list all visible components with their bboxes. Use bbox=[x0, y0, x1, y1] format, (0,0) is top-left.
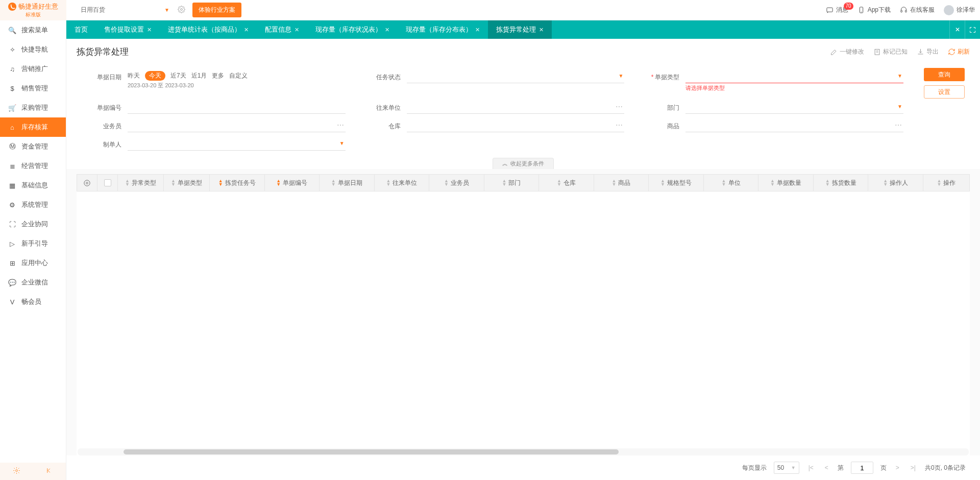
date-option-3[interactable]: 近1月 bbox=[191, 71, 207, 80]
tab-5[interactable]: 现存量（库存分布表）✕ bbox=[398, 20, 488, 39]
date-option-4[interactable]: 更多 bbox=[212, 71, 224, 80]
settings-icon[interactable] bbox=[13, 467, 20, 476]
query-button[interactable]: 查询 bbox=[924, 68, 965, 81]
sidebar-item-13[interactable]: 💬企业微信 bbox=[0, 273, 66, 292]
doc-no-input[interactable] bbox=[128, 102, 346, 114]
settings-button[interactable]: 设置 bbox=[924, 85, 965, 99]
refresh-button[interactable]: 刷新 bbox=[948, 47, 970, 56]
experience-plan-button[interactable]: 体验行业方案 bbox=[192, 3, 241, 17]
pager-first-button[interactable]: |< bbox=[806, 464, 816, 471]
col-2[interactable]: ▲▼拣货任务号 bbox=[210, 175, 265, 191]
doc-type-select[interactable] bbox=[685, 71, 903, 83]
svg-point-0 bbox=[181, 8, 183, 10]
col-0[interactable]: ▲▼异常类型 bbox=[118, 175, 164, 191]
sidebar-item-4[interactable]: 🛒采购管理 bbox=[0, 98, 66, 117]
more-icon[interactable]: ⋯ bbox=[337, 121, 345, 129]
counterparty-input[interactable] bbox=[407, 102, 625, 114]
col-9[interactable]: ▲▼商品 bbox=[594, 175, 649, 191]
col-15[interactable]: ▲▼操作 bbox=[923, 175, 969, 191]
export-button[interactable]: 导出 bbox=[917, 47, 939, 56]
date-option-5[interactable]: 自定义 bbox=[229, 71, 248, 80]
collapse-sidebar-icon[interactable] bbox=[45, 467, 53, 476]
close-icon[interactable]: ✕ bbox=[295, 27, 299, 33]
sort-icon: ▲▼ bbox=[125, 179, 130, 186]
online-service-button[interactable]: 在线客服 bbox=[900, 6, 935, 14]
pager-summary: 共0页, 0条记录 bbox=[925, 464, 966, 472]
app-download-button[interactable]: App下载 bbox=[857, 6, 891, 14]
sidebar-item-14[interactable]: V畅会员 bbox=[0, 292, 66, 311]
close-icon[interactable]: ✕ bbox=[244, 27, 249, 33]
sidebar-item-10[interactable]: ⛶企业协同 bbox=[0, 214, 66, 234]
sidebar-icon: 🛒 bbox=[8, 104, 16, 112]
tab-3[interactable]: 配置信息✕ bbox=[257, 20, 307, 39]
sidebar-item-6[interactable]: Ⓜ资金管理 bbox=[0, 137, 66, 156]
select-all-checkbox[interactable] bbox=[97, 175, 118, 191]
table-settings-icon[interactable] bbox=[77, 175, 97, 191]
mark-read-button[interactable]: 标记已知 bbox=[873, 47, 908, 56]
sort-icon: ▲▼ bbox=[770, 179, 775, 186]
sidebar-item-11[interactable]: ▷新手引导 bbox=[0, 234, 66, 253]
close-icon[interactable]: ✕ bbox=[147, 27, 152, 33]
pager-page-input[interactable] bbox=[851, 462, 873, 474]
sidebar-item-3[interactable]: $销售管理 bbox=[0, 79, 66, 98]
sidebar-item-5[interactable]: ⌂库存核算 bbox=[0, 117, 66, 137]
pager-prev-button[interactable]: < bbox=[823, 464, 830, 471]
messages-button[interactable]: 消息 70 bbox=[826, 6, 848, 14]
user-menu[interactable]: 徐泽华 bbox=[944, 5, 975, 15]
sidebar-item-7[interactable]: ≣经营管理 bbox=[0, 156, 66, 176]
pager-next-button[interactable]: > bbox=[894, 464, 901, 471]
col-7[interactable]: ▲▼部门 bbox=[484, 175, 540, 191]
col-11[interactable]: ▲▼单位 bbox=[704, 175, 759, 191]
more-icon[interactable]: ⋯ bbox=[895, 121, 902, 129]
col-13[interactable]: ▲▼拣货数量 bbox=[814, 175, 869, 191]
tab-1[interactable]: 售价提取设置✕ bbox=[96, 20, 160, 39]
warehouse-input[interactable] bbox=[407, 120, 625, 132]
task-status-select[interactable] bbox=[407, 71, 625, 83]
tab-close-all-icon[interactable]: ✕ bbox=[949, 20, 965, 39]
pager-last-button[interactable]: >| bbox=[909, 464, 918, 471]
date-option-2[interactable]: 近7天 bbox=[170, 71, 186, 80]
label-dept: 部门 bbox=[640, 102, 685, 114]
per-page-select[interactable]: 50▼ bbox=[774, 462, 799, 474]
sidebar-item-2[interactable]: ♫营销推广 bbox=[0, 59, 66, 79]
tab-4[interactable]: 现存量（库存状况表）✕ bbox=[307, 20, 398, 39]
tab-6[interactable]: 拣货异常处理✕ bbox=[488, 20, 552, 39]
dept-select[interactable] bbox=[685, 102, 903, 114]
sidebar-item-9[interactable]: ⚙系统管理 bbox=[0, 195, 66, 214]
col-14[interactable]: ▲▼操作人 bbox=[868, 175, 923, 191]
col-12[interactable]: ▲▼单据数量 bbox=[758, 175, 814, 191]
more-icon[interactable]: ⋯ bbox=[616, 121, 623, 129]
date-range-text: 2023-03-20 至 2023-03-20 bbox=[128, 82, 346, 89]
salesman-input[interactable] bbox=[128, 120, 346, 132]
col-8[interactable]: ▲▼仓库 bbox=[539, 175, 594, 191]
tab-0[interactable]: 首页 bbox=[66, 20, 96, 39]
sort-icon: ▲▼ bbox=[386, 179, 390, 186]
horizontal-scrollbar[interactable] bbox=[78, 448, 969, 455]
col-6[interactable]: ▲▼业务员 bbox=[429, 175, 484, 191]
col-4[interactable]: ▲▼单据日期 bbox=[320, 175, 375, 191]
industry-select[interactable]: 日用百货 ▼ bbox=[77, 3, 174, 17]
col-1[interactable]: ▲▼单据类型 bbox=[164, 175, 210, 191]
creator-select[interactable] bbox=[128, 138, 346, 151]
date-option-0[interactable]: 昨天 bbox=[128, 71, 140, 80]
batch-edit-button[interactable]: 一键修改 bbox=[830, 47, 864, 56]
close-icon[interactable]: ✕ bbox=[475, 27, 480, 33]
date-option-1[interactable]: 今天 bbox=[145, 71, 165, 81]
tab-fullscreen-icon[interactable] bbox=[965, 20, 980, 39]
more-icon[interactable]: ⋯ bbox=[616, 103, 623, 111]
tab-2[interactable]: 进货单统计表（按商品）✕ bbox=[160, 20, 257, 39]
col-5[interactable]: ▲▼往来单位 bbox=[375, 175, 430, 191]
svg-rect-1 bbox=[827, 8, 832, 12]
close-icon[interactable]: ✕ bbox=[539, 27, 544, 33]
col-10[interactable]: ▲▼规格型号 bbox=[649, 175, 704, 191]
sidebar-item-12[interactable]: ⊞应用中心 bbox=[0, 253, 66, 273]
sidebar-item-8[interactable]: ▦基础信息 bbox=[0, 176, 66, 195]
svg-rect-5 bbox=[905, 10, 907, 12]
industry-settings-icon[interactable] bbox=[178, 6, 185, 15]
close-icon[interactable]: ✕ bbox=[385, 27, 389, 33]
col-3[interactable]: ▲▼单据编号 bbox=[265, 175, 320, 191]
collapse-filters-button[interactable]: ︽ 收起更多条件 bbox=[493, 158, 554, 169]
sidebar-item-1[interactable]: ✧快捷导航 bbox=[0, 40, 66, 59]
product-input[interactable] bbox=[685, 120, 903, 132]
sidebar-item-0[interactable]: 🔍搜索菜单 bbox=[0, 20, 66, 40]
